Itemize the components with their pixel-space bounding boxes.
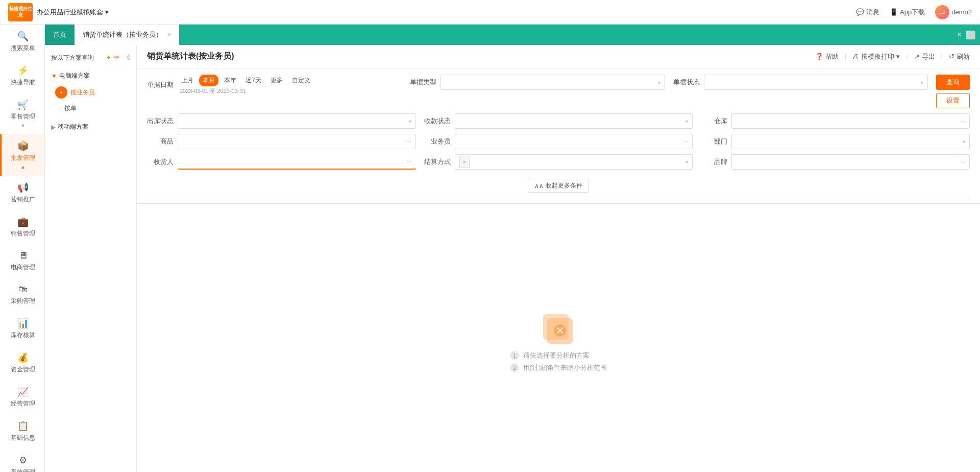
sidebar-item-label: 快捷导航 xyxy=(11,78,35,87)
tab-home[interactable]: 首页 xyxy=(45,25,75,45)
product-input[interactable]: ··· xyxy=(178,134,416,149)
tip-text-2: 用[过滤]条件来缩小分析范围 xyxy=(523,363,606,372)
sidebar-item-label: 零售管理 xyxy=(11,112,35,121)
sidebar-item-ecommerce[interactable]: 🖥 电商管理 xyxy=(0,244,44,278)
date-last-7days-btn[interactable]: 近7天 xyxy=(242,75,265,86)
doc-type-select[interactable]: ▾ xyxy=(440,75,665,90)
sidebar-item-search[interactable]: 🔍 搜索菜单 xyxy=(0,25,44,59)
filter-section-desktop-header[interactable]: ▼ 电脑端方案 xyxy=(45,68,136,83)
form-row-3: 商品 ··· 业务员 ··· xyxy=(147,134,970,149)
tab-close-button[interactable]: × xyxy=(167,31,171,38)
edit-scheme-button[interactable]: ✏ xyxy=(114,53,120,62)
user-label: demo2 xyxy=(951,8,972,16)
pay-status-field: 收款状态 ▾ xyxy=(424,113,693,129)
date-more-btn[interactable]: 更多 xyxy=(267,75,286,86)
collapse-panel-button[interactable]: 《 xyxy=(123,53,130,62)
tab-home-label: 首页 xyxy=(53,30,66,39)
print-button[interactable]: 🖨 按模板打印 ▾ xyxy=(852,52,900,61)
tag-x-button[interactable]: × xyxy=(463,159,466,165)
order-icon: ≡ xyxy=(59,106,62,112)
out-status-select[interactable]: ▾ xyxy=(178,113,416,129)
basic-icon: 📋 xyxy=(17,420,29,432)
tab-active[interactable]: 销货单统计表（按业务员） × xyxy=(75,25,179,45)
chevron-down-icon: ▾ xyxy=(963,139,965,145)
product-label: 商品 xyxy=(147,137,174,146)
date-custom-btn[interactable]: 自定义 xyxy=(288,75,314,86)
chevron-down-icon: ▾ xyxy=(105,8,109,16)
warehouse-input[interactable]: ··· xyxy=(731,113,970,129)
date-last-month-btn[interactable]: 上月 xyxy=(178,75,197,86)
tab-bar: 首页 销货单统计表（按业务员） × × ⬜ xyxy=(45,25,980,45)
filter-panel-title: 按以下方案查询 xyxy=(51,54,94,62)
sidebar-item-sales[interactable]: 💼 销售管理 xyxy=(0,210,44,244)
brand-input[interactable]: ··· xyxy=(731,154,970,170)
close-window-button[interactable]: × xyxy=(957,30,962,39)
empty-tips: 1 请先选择要分析的方案 2 用[过滤]条件来缩小分析范围 xyxy=(510,351,606,372)
settlement-select[interactable]: × ▾ xyxy=(455,154,693,170)
refresh-button[interactable]: ↺ 刷新 xyxy=(949,52,970,61)
add-scheme-button[interactable]: + xyxy=(107,53,111,62)
filter-panel: 按以下方案查询 + ✏ 《 ▼ 电脑端方案 xyxy=(45,45,137,472)
app-logo: 畅捷通好生意 xyxy=(8,3,33,21)
warehouse-label: 仓库 xyxy=(701,116,727,126)
salesperson-input[interactable]: ··· xyxy=(455,134,693,149)
maximize-button[interactable]: ⬜ xyxy=(966,30,976,40)
sidebar-item-purchase[interactable]: 🛍 采购管理 xyxy=(0,278,44,312)
more-icon[interactable]: ··· xyxy=(960,158,965,166)
app-name: 办公用品行业模拟账套 xyxy=(37,8,103,17)
filter-panel-header: 按以下方案查询 + ✏ 《 xyxy=(45,49,136,66)
more-icon[interactable]: ··· xyxy=(683,138,688,145)
help-icon: ❓ xyxy=(815,53,823,60)
sidebar-item-finance[interactable]: 💰 资金管理 xyxy=(0,346,44,380)
date-this-month-btn[interactable]: 本月 xyxy=(199,75,218,86)
more-icon[interactable]: ··· xyxy=(960,117,965,125)
header-left: 畅捷通好生意 办公用品行业模拟账套 ▾ xyxy=(8,3,109,21)
help-button[interactable]: ❓ 帮助 xyxy=(815,52,839,61)
tip-number-1: 1 xyxy=(510,351,519,360)
sidebar-item-wholesale[interactable]: 📦 批发管理 ▲ xyxy=(0,134,44,176)
sidebar-item-system[interactable]: ⚙ 系统管理 xyxy=(0,449,44,472)
doc-status-select[interactable]: ▾ xyxy=(704,75,928,90)
filter-item-label: 按单 xyxy=(64,104,77,113)
top-header: 畅捷通好生意 办公用品行业模拟账套 ▾ 💬 消息 📱 App下载 Ea demo… xyxy=(0,0,980,25)
collapse-label: 收起更多条件 xyxy=(546,181,582,190)
sidebar-item-label: 系统管理 xyxy=(11,468,35,472)
pay-status-select[interactable]: ▾ xyxy=(455,113,693,129)
filter-section-mobile-header[interactable]: ▶ 移动端方案 xyxy=(45,120,136,134)
wholesale-icon: 📦 xyxy=(17,140,29,152)
sidebar-item-basic[interactable]: 📋 基础信息 xyxy=(0,414,44,449)
sidebar-item-shortcut[interactable]: ⚡ 快捷导航 xyxy=(0,59,44,93)
filter-item-order[interactable]: ≡ 按单 xyxy=(45,102,136,115)
chevron-down-icon: ▾ xyxy=(409,119,411,124)
system-icon: ⚙ xyxy=(19,455,27,466)
filter-panel-actions: + ✏ 《 xyxy=(107,53,130,62)
sidebar-item-marketing[interactable]: 📢 营销推广 xyxy=(0,176,44,210)
shortcut-icon: ⚡ xyxy=(17,65,29,76)
date-this-year-btn[interactable]: 本年 xyxy=(220,75,240,86)
collapse-button[interactable]: ∧∧ 收起更多条件 xyxy=(528,179,589,193)
message-button[interactable]: 💬 消息 xyxy=(856,8,879,17)
user-menu-button[interactable]: Ea demo2 xyxy=(935,5,972,19)
app-download-button[interactable]: 📱 App下载 xyxy=(890,8,925,17)
more-icon[interactable]: ··· xyxy=(406,138,411,145)
page-header: 销货单统计表(按业务员) ❓ 帮助 | 🖨 按模板打印 ▾ xyxy=(137,45,980,68)
sidebar-item-label: 搜索菜单 xyxy=(11,44,35,53)
settlement-label: 结算方式 xyxy=(424,157,451,167)
tip-number-2: 2 xyxy=(510,363,519,372)
filter-item-salesperson[interactable]: ● 按业务员 xyxy=(45,83,136,102)
department-select[interactable]: ▾ xyxy=(731,134,970,149)
sidebar-item-retail[interactable]: 🛒 零售管理 ▼ xyxy=(0,93,44,134)
sidebar-item-inventory[interactable]: 📊 库存核算 xyxy=(0,312,44,346)
date-selector-group: 上月 本月 本年 近7天 更多 自定义 2023-03-01 至 2023-03… xyxy=(178,75,402,95)
help-label: 帮助 xyxy=(825,52,839,61)
chevron-down-icon: ▼ xyxy=(51,73,57,80)
empty-tip-1: 1 请先选择要分析的方案 xyxy=(510,351,606,360)
settings-button[interactable]: 设置 xyxy=(936,93,970,108)
app-selector[interactable]: 办公用品行业模拟账套 ▾ xyxy=(37,8,109,17)
sidebar-item-operations[interactable]: 📈 经营管理 xyxy=(0,380,44,414)
more-icon[interactable]: ··· xyxy=(407,158,412,165)
department-label: 部门 xyxy=(701,137,727,146)
receiver-input[interactable]: ··· xyxy=(178,154,416,170)
export-button[interactable]: ↗ 导出 xyxy=(914,52,935,61)
query-button[interactable]: 查询 xyxy=(936,75,970,90)
